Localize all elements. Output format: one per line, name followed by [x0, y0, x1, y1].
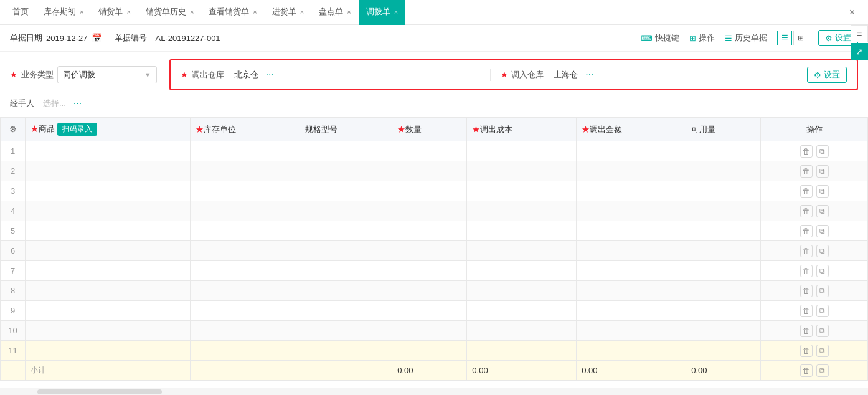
person-placeholder[interactable]: 选择...	[43, 98, 66, 109]
cell-unit[interactable]	[191, 221, 300, 241]
history-button[interactable]: ☰ 历史单据	[725, 32, 767, 44]
biz-type-input[interactable]: 同价调拨 ▼	[57, 66, 157, 83]
horizontal-scrollbar[interactable]	[0, 388, 868, 395]
cell-cost[interactable]	[467, 241, 577, 261]
cell-product[interactable]	[26, 201, 191, 221]
cell-cost[interactable]	[467, 181, 577, 201]
cell-cost[interactable]	[467, 221, 577, 241]
cell-cost[interactable]	[467, 161, 577, 181]
cell-spec[interactable]	[300, 261, 392, 281]
cell-unit[interactable]	[191, 321, 300, 341]
warehouse-settings-button[interactable]: ⚙ 设置	[807, 67, 847, 83]
tab-close-transfer[interactable]: ×	[394, 8, 398, 16]
cell-product[interactable]	[26, 181, 191, 201]
tab-sales-order[interactable]: 销货单 ×	[91, 0, 138, 25]
table-header-gear[interactable]: ⚙	[1, 118, 26, 141]
cell-amount[interactable]	[577, 261, 686, 281]
cell-product[interactable]	[26, 321, 191, 341]
delete-row-button[interactable]: 🗑	[800, 305, 813, 317]
cell-amount[interactable]	[577, 301, 686, 321]
copy-row-button[interactable]: ⧉	[816, 185, 829, 198]
delete-row-button[interactable]: 🗑	[800, 285, 813, 297]
cell-qty[interactable]	[392, 181, 467, 201]
cell-cost[interactable]	[467, 321, 577, 341]
cell-unit[interactable]	[191, 181, 300, 201]
expand-panel-button[interactable]: ⤢	[851, 43, 868, 60]
notes-panel-button[interactable]: ≡	[851, 25, 868, 42]
subtotal-copy-button[interactable]: ⧉	[816, 364, 829, 377]
cell-spec[interactable]	[300, 241, 392, 261]
cell-spec[interactable]	[300, 181, 392, 201]
tab-sales-history[interactable]: 销货单历史 ×	[138, 0, 201, 25]
cell-unit[interactable]	[191, 261, 300, 281]
copy-row-button[interactable]: ⧉	[816, 145, 829, 158]
cell-qty[interactable]	[392, 261, 467, 281]
scrollbar-thumb[interactable]	[37, 389, 162, 394]
cell-spec[interactable]	[300, 201, 392, 221]
delete-row-button[interactable]: 🗑	[800, 225, 813, 237]
tab-close-stocktake[interactable]: ×	[347, 8, 351, 16]
cell-spec[interactable]	[300, 161, 392, 181]
cell-unit[interactable]	[191, 341, 300, 361]
tab-stocktake[interactable]: 盘点单 ×	[311, 0, 358, 25]
cell-spec[interactable]	[300, 301, 392, 321]
view-grid-button[interactable]: ⊞	[793, 31, 808, 45]
cell-qty[interactable]	[392, 221, 467, 241]
person-more-icon[interactable]: ···	[73, 98, 82, 109]
cell-amount[interactable]	[577, 141, 686, 161]
tab-purchase[interactable]: 进货单 ×	[265, 0, 311, 25]
cell-cost[interactable]	[467, 201, 577, 221]
cell-cost[interactable]	[467, 141, 577, 161]
copy-row-button[interactable]: ⧉	[816, 305, 829, 317]
delete-row-button[interactable]: 🗑	[800, 185, 813, 198]
cell-amount[interactable]	[577, 341, 686, 361]
delete-row-button[interactable]: 🗑	[800, 345, 813, 357]
copy-row-button[interactable]: ⧉	[816, 165, 829, 178]
copy-row-button[interactable]: ⧉	[816, 225, 829, 237]
delete-row-button[interactable]: 🗑	[800, 165, 813, 178]
tab-close-sales-order[interactable]: ×	[126, 8, 130, 16]
cell-qty[interactable]	[392, 241, 467, 261]
delete-row-button[interactable]: 🗑	[800, 145, 813, 158]
calendar-icon[interactable]: 📅	[92, 33, 102, 43]
cell-product[interactable]	[26, 141, 191, 161]
cell-cost[interactable]	[467, 281, 577, 301]
cell-qty[interactable]	[392, 321, 467, 341]
cell-amount[interactable]	[577, 181, 686, 201]
cell-amount[interactable]	[577, 241, 686, 261]
delete-row-button[interactable]: 🗑	[800, 205, 813, 217]
cell-spec[interactable]	[300, 141, 392, 161]
scan-button[interactable]: 扫码录入	[57, 123, 97, 136]
cell-cost[interactable]	[467, 261, 577, 281]
cell-spec[interactable]	[300, 221, 392, 241]
cell-unit[interactable]	[191, 241, 300, 261]
cell-qty[interactable]	[392, 341, 467, 361]
tab-close-purchase[interactable]: ×	[300, 8, 304, 16]
copy-row-button[interactable]: ⧉	[816, 265, 829, 277]
tab-view-sales[interactable]: 查看销货单 ×	[201, 0, 264, 25]
cell-cost[interactable]	[467, 301, 577, 321]
cell-amount[interactable]	[577, 201, 686, 221]
cell-product[interactable]	[26, 281, 191, 301]
cell-product[interactable]	[26, 301, 191, 321]
tab-close-view-sales[interactable]: ×	[253, 8, 257, 16]
cell-unit[interactable]	[191, 281, 300, 301]
cell-qty[interactable]	[392, 161, 467, 181]
cell-unit[interactable]	[191, 161, 300, 181]
cell-product[interactable]	[26, 341, 191, 361]
actions-button[interactable]: ⊞ 操作	[689, 32, 715, 44]
cell-unit[interactable]	[191, 201, 300, 221]
cell-amount[interactable]	[577, 321, 686, 341]
cell-qty[interactable]	[392, 301, 467, 321]
cell-product[interactable]	[26, 241, 191, 261]
copy-row-button[interactable]: ⧉	[816, 245, 829, 257]
cell-qty[interactable]	[392, 201, 467, 221]
shortcuts-button[interactable]: ⌨ 快捷键	[641, 32, 679, 44]
cell-product[interactable]	[26, 221, 191, 241]
cell-amount[interactable]	[577, 221, 686, 241]
tab-inventory-init[interactable]: 库存期初 ×	[36, 0, 91, 25]
cell-spec[interactable]	[300, 341, 392, 361]
delete-row-button[interactable]: 🗑	[800, 265, 813, 277]
tab-close-sales-history[interactable]: ×	[190, 8, 194, 16]
delete-row-button[interactable]: 🗑	[800, 245, 813, 257]
